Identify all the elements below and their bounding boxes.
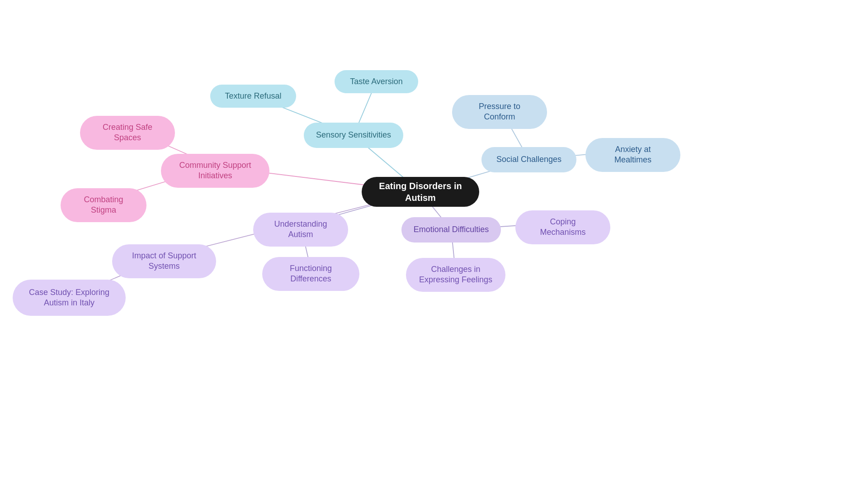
node-community[interactable]: Community Support Initiatives (161, 154, 269, 188)
mind-map-container: Eating Disorders in AutismSensory Sensit… (0, 0, 868, 490)
node-impact[interactable]: Impact of Support Systems (112, 244, 216, 278)
node-social[interactable]: Social Challenges (481, 147, 576, 172)
node-anxiety[interactable]: Anxiety at Mealtimes (585, 138, 680, 172)
node-pressure[interactable]: Pressure to Conform (452, 95, 547, 129)
node-coping[interactable]: Coping Mechanisms (515, 210, 610, 244)
node-challenges[interactable]: Challenges in Expressing Feelings (406, 258, 505, 292)
node-sensory[interactable]: Sensory Sensitivities (304, 123, 403, 148)
node-safe[interactable]: Creating Safe Spaces (80, 116, 175, 150)
node-emotional[interactable]: Emotional Difficulties (401, 217, 501, 243)
node-stigma[interactable]: Combating Stigma (61, 188, 146, 222)
node-understanding[interactable]: Understanding Autism (253, 213, 348, 247)
node-functioning[interactable]: Functioning Differences (262, 257, 359, 291)
node-casestudy[interactable]: Case Study: Exploring Autism in Italy (13, 280, 126, 316)
node-taste[interactable]: Taste Aversion (335, 70, 418, 93)
node-texture[interactable]: Texture Refusal (210, 85, 296, 108)
center-node[interactable]: Eating Disorders in Autism (362, 177, 479, 207)
